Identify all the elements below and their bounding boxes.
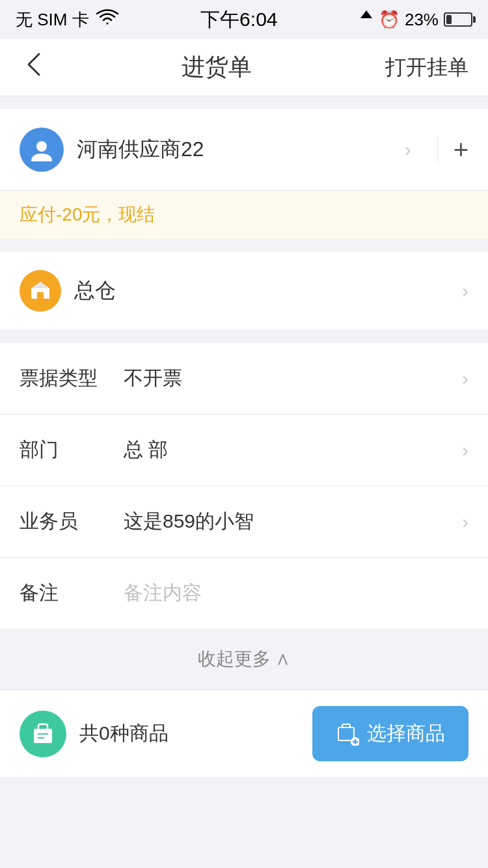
form-row-note[interactable]: 备注 备注内容: [0, 558, 488, 629]
back-button[interactable]: [20, 45, 48, 90]
nav-bar: 进货单 打开挂单: [0, 39, 488, 96]
salesperson-label: 业务员: [20, 508, 98, 535]
svg-rect-5: [338, 727, 354, 740]
status-bar: 无 SIM 卡 下午6:04 ⏰ 23%: [0, 0, 488, 39]
warehouse-chevron-icon: ›: [462, 280, 468, 302]
section-gap-2: [0, 239, 488, 252]
notice-text: 应付-20元，现结: [20, 204, 155, 224]
alarm-icon: ⏰: [379, 10, 400, 30]
product-count: 共0种商品: [79, 720, 312, 747]
invoice-label: 票据类型: [20, 365, 98, 392]
page-title: 进货单: [182, 51, 252, 83]
collapse-bar[interactable]: 收起更多 ∧: [0, 629, 488, 690]
location-icon: [359, 9, 373, 31]
section-gap-3: [0, 330, 488, 343]
svg-point-0: [36, 141, 47, 152]
supplier-name: 河南供应商22: [77, 135, 405, 164]
department-value: 总 部: [98, 437, 462, 463]
svg-rect-2: [34, 729, 52, 743]
note-input[interactable]: 备注内容: [98, 580, 468, 606]
warehouse-row[interactable]: 总仓 ›: [0, 252, 488, 330]
department-label: 部门: [20, 437, 98, 463]
form-row-salesperson[interactable]: 业务员 这是859的小智 ›: [0, 486, 488, 558]
open-pending-button[interactable]: 打开挂单: [385, 53, 468, 82]
add-supplier-button[interactable]: +: [454, 135, 468, 165]
collapse-label: 收起更多 ∧: [198, 649, 291, 669]
supplier-divider: [437, 137, 438, 163]
form-row-department[interactable]: 部门 总 部 ›: [0, 414, 488, 486]
form-row-invoice[interactable]: 票据类型 不开票 ›: [0, 343, 488, 414]
note-label: 备注: [20, 580, 98, 606]
carrier-text: 无 SIM 卡: [16, 8, 89, 31]
supplier-chevron-icon: ›: [405, 139, 411, 161]
invoice-value: 不开票: [98, 365, 462, 392]
warehouse-icon-wrap: [20, 270, 61, 312]
select-product-button[interactable]: 选择商品: [312, 706, 468, 761]
battery-icon: [444, 12, 472, 27]
warehouse-name: 总仓: [74, 277, 462, 305]
wifi-icon: [96, 9, 119, 31]
background-fill: [0, 777, 488, 868]
form-section: 票据类型 不开票 › 部门 总 部 › 业务员 这是859的小智 › 备注 备注…: [0, 343, 488, 629]
product-icon-wrap: [20, 711, 66, 757]
status-left: 无 SIM 卡: [16, 8, 119, 31]
section-gap-1: [0, 96, 488, 109]
notice-bar: 应付-20元，现结: [0, 191, 488, 239]
salesperson-chevron-icon: ›: [462, 511, 468, 533]
status-right: ⏰ 23%: [359, 9, 472, 31]
supplier-avatar: [20, 128, 64, 172]
status-time: 下午6:04: [200, 7, 277, 33]
invoice-chevron-icon: ›: [462, 368, 468, 390]
salesperson-value: 这是859的小智: [98, 508, 462, 535]
battery-percent: 23%: [405, 10, 439, 30]
warehouse-section: 总仓 ›: [0, 252, 488, 330]
department-chevron-icon: ›: [462, 439, 468, 461]
select-product-label: 选择商品: [367, 720, 445, 747]
svg-rect-1: [37, 292, 44, 299]
supplier-section: 河南供应商22 › + 应付-20元，现结: [0, 109, 488, 239]
bottom-bar: 共0种商品 选择商品: [0, 690, 488, 777]
supplier-row[interactable]: 河南供应商22 › +: [0, 109, 488, 191]
